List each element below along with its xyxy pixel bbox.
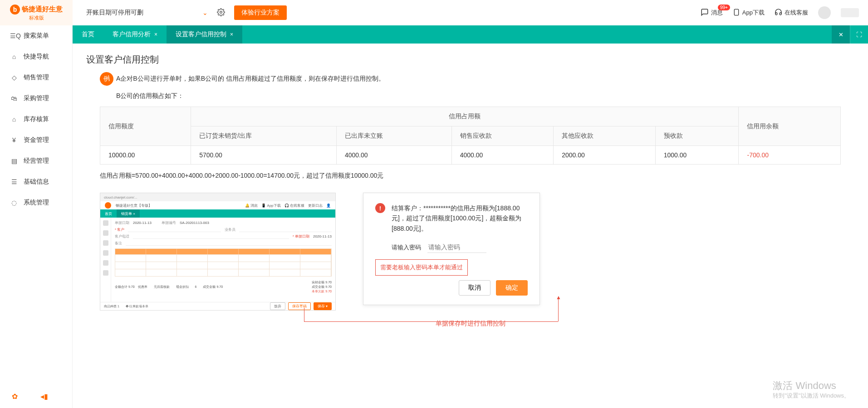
illustration: cloud.chanjet.com/... 畅捷通好生意【专版】🔔 消息 📱 A… <box>100 193 841 311</box>
chat-icon <box>701 8 709 18</box>
dialog-note: 需要老板输入密码本单才能通过 <box>375 259 468 276</box>
password-label: 请输入密码 <box>392 243 421 252</box>
password-input[interactable] <box>427 242 486 253</box>
tab-home[interactable]: 首页 <box>73 25 103 44</box>
example-subtext: B公司的信用额占如下： <box>116 92 841 100</box>
th-c3: 销售应收款 <box>451 126 553 146</box>
th-remain: 信用用余额 <box>739 107 841 146</box>
settings-icon[interactable]: ✿ <box>12 392 18 401</box>
sidebar-item-funds[interactable]: ¥资金管理 <box>0 130 72 151</box>
illustration-caption: 单据保存时进行信用控制 <box>100 320 841 328</box>
close-tab-button[interactable]: ✕ <box>832 25 850 44</box>
home-icon: ⌂ <box>10 53 18 60</box>
th-c5: 预收款 <box>655 126 739 146</box>
sidebar-item-system[interactable]: ◌系统管理 <box>0 192 72 213</box>
th-c1: 已订货未销货/出库 <box>191 126 337 146</box>
user-tag <box>841 8 859 17</box>
account-date-dropdown[interactable]: 开账日期可停用可删 ⌄ <box>86 9 208 17</box>
formula-text: 信用占用额=5700.00+4000.00+4000.00+2000.00-10… <box>100 172 841 180</box>
sidebar-item-business[interactable]: ▤经营管理 <box>0 151 72 171</box>
phone-icon <box>733 9 740 17</box>
sidebar-item-baseinfo[interactable]: ☰基础信息 <box>0 171 72 192</box>
bag-icon: 🛍 <box>10 95 18 102</box>
list-icon: ☰ <box>10 178 18 185</box>
credit-table: 信用额度 信用占用额 信用用余额 已订货未销货/出库 已出库未立账 销售应收款 … <box>100 107 841 165</box>
money-icon: ¥ <box>10 136 18 144</box>
messages-button[interactable]: 消息 99+ <box>701 8 723 18</box>
sidebar-item-quicknav[interactable]: ⌂快捷导航 <box>0 46 72 67</box>
headset-icon <box>775 8 782 17</box>
app-header: b畅捷通好生意 标准版 开账日期可停用可删 ⌄ 体验行业方案 消息 99+ Ap… <box>0 0 868 25</box>
svg-rect-1 <box>734 9 738 15</box>
page-title: 设置客户信用控制 <box>73 44 868 72</box>
close-icon[interactable]: × <box>230 31 233 38</box>
tab-credit-analysis[interactable]: 客户信用分析× <box>103 25 167 44</box>
tab-credit-control[interactable]: 设置客户信用控制× <box>167 25 242 44</box>
collapse-icon[interactable]: ◂▮ <box>40 392 48 401</box>
credit-dialog: ! 结算客户：***********的信用占用额为[1888.00元]，超过了信… <box>363 193 540 305</box>
th-c2: 已出库未立账 <box>336 126 451 146</box>
dialog-message: 结算客户：***********的信用占用额为[1888.00元]，超过了信用额… <box>392 203 528 233</box>
tag-icon: ◇ <box>10 74 18 81</box>
main-area: 首页 客户信用分析× 设置客户信用控制× ✕ ⛶ 设置客户信用控制 例 A企对B… <box>73 25 868 408</box>
box-icon: ⌂ <box>10 116 18 123</box>
th-limit: 信用额度 <box>100 107 191 146</box>
th-used: 信用占用额 <box>191 107 739 126</box>
alert-icon: ! <box>375 203 385 213</box>
logo-icon: b <box>10 5 20 15</box>
cta-button[interactable]: 体验行业方案 <box>234 5 287 20</box>
svg-point-0 <box>220 11 222 13</box>
brand-logo: b畅捷通好生意 标准版 <box>0 0 73 25</box>
windows-watermark: 激活 Windows 转到"设置"以激活 Windows。 <box>773 379 850 400</box>
messages-badge: 99+ <box>718 5 730 10</box>
doc-icon: ▤ <box>10 157 18 165</box>
support-button[interactable]: 在线客服 <box>775 8 808 17</box>
sidebar-footer: ✿ ◂▮ <box>0 385 72 408</box>
gear-icon[interactable] <box>217 8 225 18</box>
table-row: 10000.00 5700.00 4000.00 4000.00 2000.00… <box>100 146 841 165</box>
avatar[interactable] <box>818 6 831 19</box>
search-icon: ☰Q <box>10 32 18 39</box>
mini-logo-icon <box>105 202 111 209</box>
example-row: 例 A企对B公司进行开单时，如果B公司的 信用占用额超过了信用额度，则在保存时进… <box>100 72 841 86</box>
tab-bar: 首页 客户信用分析× 设置客户信用控制× ✕ ⛶ <box>73 25 868 44</box>
brand-edition: 标准版 <box>29 15 44 21</box>
sidebar-item-purchase[interactable]: 🛍采购管理 <box>0 88 72 109</box>
sidebar-item-inventory[interactable]: ⌂库存核算 <box>0 109 72 130</box>
content: 设置客户信用控制 例 A企对B公司进行开单时，如果B公司的 信用占用额超过了信用… <box>73 44 868 408</box>
th-c4: 其他应收款 <box>554 126 655 146</box>
fullscreen-button[interactable]: ⛶ <box>850 25 868 44</box>
cancel-button[interactable]: 取消 <box>459 280 490 296</box>
sidebar-item-search[interactable]: ☰Q搜索菜单 <box>0 25 72 46</box>
app-download-button[interactable]: App下载 <box>733 9 765 17</box>
screenshot-preview: cloud.chanjet.com/... 畅捷通好生意【专版】🔔 消息 📱 A… <box>100 193 336 311</box>
mini-save-button: 保存 ▾ <box>314 302 332 310</box>
example-text: A企对B公司进行开单时，如果B公司的 信用占用额超过了信用额度，则在保存时进行信… <box>116 75 385 83</box>
circle-icon: ◌ <box>10 199 18 206</box>
confirm-button[interactable]: 确定 <box>496 280 528 296</box>
example-badge: 例 <box>99 71 115 87</box>
close-icon[interactable]: × <box>154 31 157 38</box>
sidebar-item-sales[interactable]: ◇销售管理 <box>0 67 72 88</box>
sidebar: ☰Q搜索菜单 ⌂快捷导航 ◇销售管理 🛍采购管理 ⌂库存核算 ¥资金管理 ▤经营… <box>0 25 73 408</box>
chevron-down-icon: ⌄ <box>202 9 208 16</box>
